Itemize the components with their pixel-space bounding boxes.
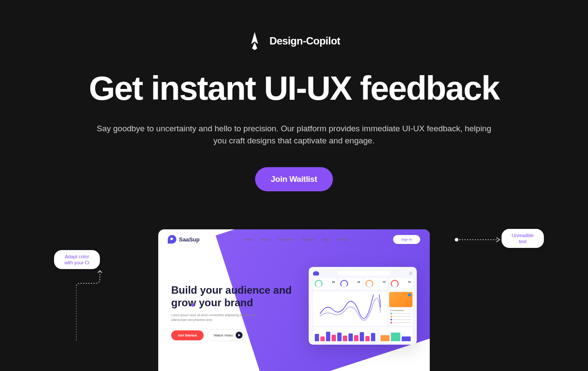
mockup-dashboard: 26 46 70 76 bbox=[309, 267, 417, 345]
nav-pages: Pages ▾ bbox=[302, 238, 314, 241]
mockup-body: Build your audience and grow your brand … bbox=[158, 250, 430, 353]
annotation-adapt-color: Adapt color with your CI bbox=[54, 250, 100, 270]
stat-card: 76 bbox=[389, 278, 413, 289]
nav-blog: Blog bbox=[322, 238, 329, 241]
mockup-header: SaaSup Home About Features ▾ Pages ▾ Blo… bbox=[158, 229, 430, 250]
nav-cart: Cart (0) bbox=[337, 238, 348, 241]
mockup-credit-card bbox=[389, 292, 412, 307]
mockup-transactions: Last Transactions bbox=[389, 308, 412, 326]
mockup-logo: SaaSup bbox=[168, 235, 200, 244]
mockup-watch-video-label: Watch Video bbox=[214, 333, 233, 337]
connector-line bbox=[455, 237, 502, 242]
mockup-logo-text: SaaSup bbox=[179, 236, 200, 243]
mockup-bar-chart bbox=[313, 327, 377, 343]
hero-title: Get instant UI-UX feedback bbox=[89, 71, 499, 106]
mockup-signin: Sign In bbox=[393, 235, 420, 244]
mockup-nav: Home About Features ▾ Pages ▾ Blog Cart … bbox=[244, 238, 348, 241]
mockup-line-chart bbox=[313, 292, 387, 326]
hero-subtitle: Say goodbye to uncertainty and hello to … bbox=[91, 123, 497, 147]
stat-card: 46 bbox=[339, 278, 362, 289]
cloud-icon bbox=[313, 271, 319, 276]
annotation-unreadable-text: Unreadble text bbox=[502, 229, 544, 248]
mockup-get-started-button: Get Started bbox=[171, 330, 204, 340]
nav-home: Home bbox=[244, 238, 253, 241]
svg-point-28 bbox=[455, 238, 458, 241]
brand-header: Design-Copilot bbox=[248, 32, 340, 50]
mockup-paragraph: Lorem ipsum dolor sit amet consectetur a… bbox=[171, 313, 258, 322]
product-mockup: SaaSup Home About Features ▾ Pages ▾ Blo… bbox=[158, 229, 430, 371]
stat-card: 70 bbox=[364, 278, 387, 289]
cloud-icon bbox=[168, 235, 176, 244]
mockup-watch-video-button: Watch Video bbox=[207, 329, 246, 341]
accent-dot bbox=[191, 304, 194, 307]
nav-about: About bbox=[261, 238, 270, 241]
nav-features: Features ▾ bbox=[278, 238, 294, 241]
connector-line bbox=[76, 270, 128, 344]
hero-illustration: Adapt color with your CI Unreadble text … bbox=[99, 229, 489, 371]
logo-icon bbox=[248, 32, 262, 50]
play-icon bbox=[236, 332, 243, 339]
stat-card: 26 bbox=[313, 278, 337, 289]
mockup-heading: Build your audience and grow your brand bbox=[171, 284, 300, 309]
join-waitlist-button[interactable]: Join Waitlist bbox=[255, 167, 332, 191]
avatar-icon bbox=[409, 272, 412, 275]
brand-name: Design-Copilot bbox=[269, 35, 340, 47]
mockup-bar-chart-small bbox=[379, 327, 412, 343]
mockup-search-bar bbox=[338, 271, 390, 276]
